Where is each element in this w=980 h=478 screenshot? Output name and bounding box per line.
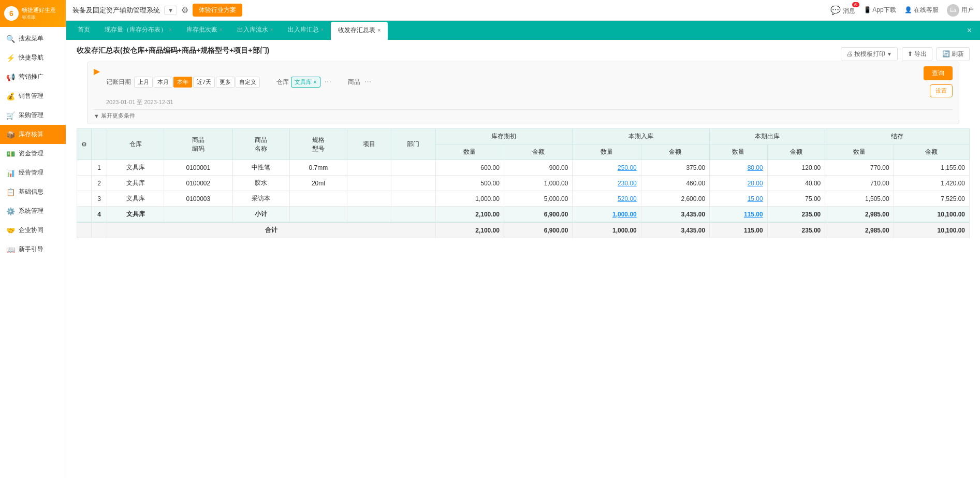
print-icon: 🖨 — [846, 50, 853, 57]
sidebar-item-business[interactable]: 📊 经营管理 — [0, 163, 66, 182]
close-tab-flow[interactable]: × — [270, 27, 273, 33]
tab-recv-send-label: 收发存汇总表 — [338, 26, 375, 35]
warehouse-tag: 文具库 × — [291, 77, 320, 88]
page-content: 收发存汇总表(按仓库+商品编码+商品+规格型号+项目+部门) 🖨 按模板打印 ▼… — [66, 40, 980, 478]
sidebar-label-inventory: 库存核算 — [19, 130, 43, 139]
row-dept — [391, 176, 435, 191]
export-btn[interactable]: ⬆ 导出 — [902, 47, 932, 61]
topbar: 装备及固定资产辅助管理系统 ▼ ⚙ 体验行业方案 💬 6 消息 📱 App下载 … — [66, 0, 980, 21]
footer-settings-cell — [77, 222, 92, 238]
col-settings[interactable]: ⚙ — [77, 129, 92, 160]
col-code-header: 商品编码 — [164, 129, 232, 160]
filter-bar: ▶ 记账日期 上月 本月 本年 近7天 更多 — [87, 62, 959, 124]
date-range-display: 2023-01-01 至 2023-12-31 — [106, 98, 953, 106]
expand-more-conditions[interactable]: ▼ 展开更多条件 — [94, 109, 953, 120]
message-icon: 💬 — [830, 6, 841, 15]
row-settings-cell — [77, 191, 92, 207]
refresh-btn[interactable]: 🔄 刷新 — [937, 47, 970, 61]
row-settings-cell — [77, 160, 92, 176]
table-header-row-1: ⚙ 仓库 商品编码 商品名称 规格型号 项目 部门 库存期初 本期入库 本期出库… — [77, 129, 970, 144]
date-btn-more[interactable]: 更多 — [216, 77, 235, 88]
row-in-qty[interactable]: 520.00 — [573, 191, 641, 207]
user-menu[interactable]: Ea 用户 — [947, 4, 974, 17]
tab-recv-send-summary[interactable]: 收发存汇总表 × — [331, 22, 388, 40]
settings-gear-icon[interactable]: ⚙ — [181, 5, 188, 15]
sidebar-item-basic[interactable]: 📋 基础信息 — [0, 182, 66, 201]
close-tab-inventory-dist[interactable]: × — [169, 27, 172, 33]
date-filter-group: 记账日期 上月 本月 本年 近7天 更多 自定义 — [106, 77, 260, 88]
sidebar-item-inventory[interactable]: 📦 库存核算 — [0, 125, 66, 144]
date-btn-custom[interactable]: 自定义 — [236, 77, 260, 88]
close-tab-inout-summary[interactable]: × — [321, 27, 324, 33]
query-button[interactable]: 查询 — [924, 66, 953, 80]
footer-row: 合计 2,100.00 6,900.00 1,000.00 3,435.00 1… — [77, 222, 970, 238]
col-index-header — [92, 129, 107, 160]
sidebar-label-basic: 基础信息 — [19, 187, 43, 196]
message-badge-btn[interactable]: 💬 6 消息 — [830, 5, 855, 16]
collab-icon: 🤝 — [6, 226, 14, 235]
row-project — [347, 191, 391, 207]
tab-inventory-dist-label: 现存量（库存分布表） — [105, 25, 167, 34]
sidebar-item-marketing[interactable]: 📢 营销推广 — [0, 67, 66, 86]
warehouse-tag-value: 文具库 — [295, 78, 312, 86]
sidebar-item-quicknav[interactable]: ⚡ 快捷导航 — [0, 48, 66, 67]
app-download-btn[interactable]: 📱 App下载 — [864, 6, 896, 15]
row-out-qty[interactable]: 20.00 — [710, 176, 768, 191]
row-out-qty[interactable]: 80.00 — [710, 160, 768, 176]
close-all-tabs-icon[interactable]: × — [963, 26, 976, 35]
date-btn-this-year[interactable]: 本年 — [173, 77, 192, 88]
sidebar-item-guide[interactable]: 📖 新手引导 — [0, 240, 66, 259]
filter-settings-button[interactable]: 设置 — [930, 84, 953, 97]
sidebar-header: 6 畅捷通好生意 标准版 — [0, 0, 66, 27]
row-in-qty[interactable]: 250.00 — [573, 160, 641, 176]
tab-home[interactable]: 首页 — [70, 21, 97, 39]
sidebar-item-purchase[interactable]: 🛒 采购管理 — [0, 106, 66, 125]
refresh-icon: 🔄 — [942, 50, 950, 57]
subtotal-warehouse: 文具库 — [107, 207, 164, 223]
close-tab-batch[interactable]: × — [220, 27, 223, 33]
col-open-amt: 金额 — [504, 144, 572, 160]
sidebar-item-sales[interactable]: 💰 销售管理 — [0, 86, 66, 106]
col-out-header: 本期出库 — [710, 129, 825, 144]
subtotal-in-qty[interactable]: 1,000.00 — [573, 207, 641, 223]
sidebar-item-finance[interactable]: 💵 资金管理 — [0, 144, 66, 163]
tab-inout-summary[interactable]: 出入库汇总 × — [281, 21, 331, 39]
footer-label: 合计 — [107, 222, 436, 238]
row-dept — [391, 160, 435, 176]
date-btn-7days[interactable]: 近7天 — [193, 77, 215, 88]
warehouse-more-btn[interactable]: ··· — [325, 77, 331, 86]
remove-warehouse-tag[interactable]: × — [313, 79, 316, 85]
row-in-qty[interactable]: 230.00 — [573, 176, 641, 191]
close-tab-recv-send[interactable]: × — [377, 27, 381, 33]
subtotal-out-qty[interactable]: 115.00 — [710, 207, 768, 223]
date-buttons: 上月 本月 本年 近7天 更多 自定义 — [134, 77, 260, 88]
row-in-amt: 2,600.00 — [641, 191, 709, 207]
tab-inventory-dist[interactable]: 现存量（库存分布表） × — [97, 21, 179, 39]
tab-batch[interactable]: 库存批次账 × — [179, 21, 230, 39]
product-label: 商品 — [348, 78, 360, 86]
row-bal-amt: 1,420.00 — [894, 176, 969, 191]
trial-button[interactable]: 体验行业方案 — [193, 4, 242, 17]
footer-index — [92, 222, 107, 238]
row-warehouse: 文具库 — [107, 176, 164, 191]
sidebar-label-sales: 销售管理 — [19, 92, 43, 100]
sidebar-item-collab[interactable]: 🤝 企业协同 — [0, 221, 66, 240]
sidebar-item-system[interactable]: ⚙️ 系统管理 — [0, 201, 66, 221]
date-btn-this-month[interactable]: 本月 — [154, 77, 172, 88]
user-label: 用户 — [961, 6, 974, 15]
date-btn-last-month[interactable]: 上月 — [134, 77, 153, 88]
row-open-qty: 500.00 — [435, 176, 504, 191]
filter-expand-icon[interactable]: ▶ — [94, 66, 100, 76]
sidebar-item-search[interactable]: 🔍 搜索菜单 — [0, 29, 66, 48]
col-open-header: 库存期初 — [435, 129, 573, 144]
tab-flow[interactable]: 出入库流水 × — [230, 21, 281, 39]
topbar-right: 💬 6 消息 📱 App下载 👤 在线客服 Ea 用户 — [830, 4, 974, 17]
row-out-qty[interactable]: 15.00 — [710, 191, 768, 207]
row-code: 0100003 — [164, 191, 232, 207]
online-service-btn[interactable]: 👤 在线客服 — [904, 6, 939, 15]
product-more-btn[interactable]: ··· — [364, 77, 371, 86]
search-icon: 🔍 — [6, 35, 14, 43]
row-project — [347, 160, 391, 176]
system-dropdown[interactable]: ▼ — [164, 6, 177, 15]
print-btn[interactable]: 🖨 按模板打印 ▼ — [841, 47, 898, 61]
